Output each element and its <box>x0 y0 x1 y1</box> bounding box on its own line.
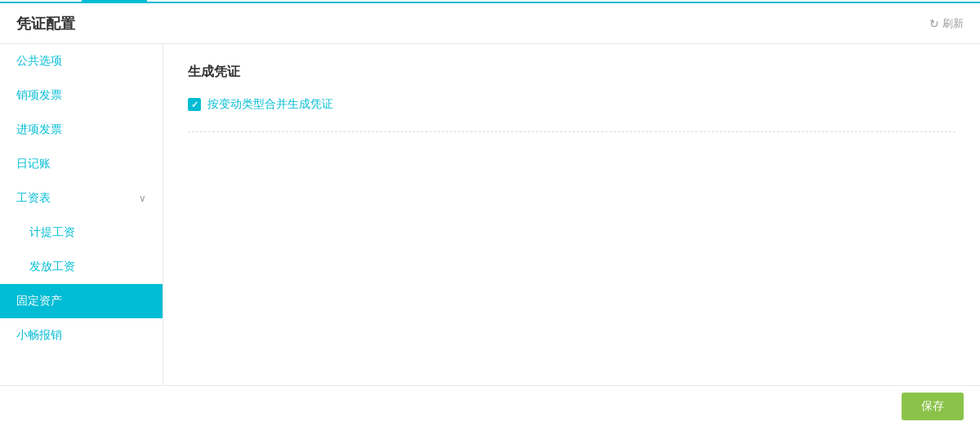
save-button[interactable]: 保存 <box>902 393 964 420</box>
chevron-down-icon: ∨ <box>139 193 146 204</box>
checkbox-label[interactable]: 按变动类型合并生成凭证 <box>207 97 333 112</box>
sidebar-item-label: 固定资产 <box>16 294 62 308</box>
main-layout: 公共选项销项发票进项发票日记账工资表∨计提工资发放工资固定资产小畅报销 生成凭证… <box>0 44 980 385</box>
sidebar-item-label: 计提工资 <box>29 225 75 240</box>
sidebar-item-label: 小畅报销 <box>16 328 62 343</box>
checkbox-row: ✓ 按变动类型合并生成凭证 <box>188 97 956 112</box>
sidebar-item-public-options[interactable]: 公共选项 <box>0 44 163 78</box>
page-title: 凭证配置 <box>16 14 75 33</box>
top-tabs <box>0 0 980 3</box>
sidebar-item-label: 进项发票 <box>16 122 62 137</box>
sidebar-item-label: 公共选项 <box>16 54 62 69</box>
sidebar-item-payroll-provision[interactable]: 计提工资 <box>0 215 163 250</box>
sidebar-item-fixed-assets[interactable]: 固定资产 <box>0 284 163 318</box>
sidebar-item-journal[interactable]: 日记账 <box>0 147 163 181</box>
sidebar-item-sales-invoice[interactable]: 销项发票 <box>0 78 163 113</box>
sidebar-item-label: 工资表 <box>16 191 51 206</box>
sidebar-item-label: 日记账 <box>16 157 51 171</box>
sidebar: 公共选项销项发票进项发票日记账工资表∨计提工资发放工资固定资产小畅报销 <box>0 44 163 385</box>
check-icon: ✓ <box>191 100 198 110</box>
sidebar-item-label: 销项发票 <box>16 88 62 103</box>
divider <box>188 131 956 132</box>
refresh-button[interactable]: ↻ 刷新 <box>929 16 964 31</box>
refresh-label: 刷新 <box>942 16 964 31</box>
sidebar-item-label: 发放工资 <box>29 260 75 274</box>
footer: 保存 <box>0 385 980 426</box>
sidebar-item-expense-reimbursement[interactable]: 小畅报销 <box>0 318 163 353</box>
content-area: 生成凭证 ✓ 按变动类型合并生成凭证 <box>163 44 980 385</box>
sidebar-item-payroll-distribution[interactable]: 发放工资 <box>0 250 163 284</box>
merge-checkbox[interactable]: ✓ <box>188 98 201 111</box>
sidebar-item-purchase-invoice[interactable]: 进项发票 <box>0 113 163 147</box>
page-container: 凭证配置 ↻ 刷新 公共选项销项发票进项发票日记账工资表∨计提工资发放工资固定资… <box>0 0 980 426</box>
tab-indicator <box>82 0 147 3</box>
refresh-icon: ↻ <box>929 17 939 30</box>
header: 凭证配置 ↻ 刷新 <box>0 3 980 44</box>
sidebar-item-payroll-table[interactable]: 工资表∨ <box>0 181 163 215</box>
section-title: 生成凭证 <box>188 64 956 81</box>
